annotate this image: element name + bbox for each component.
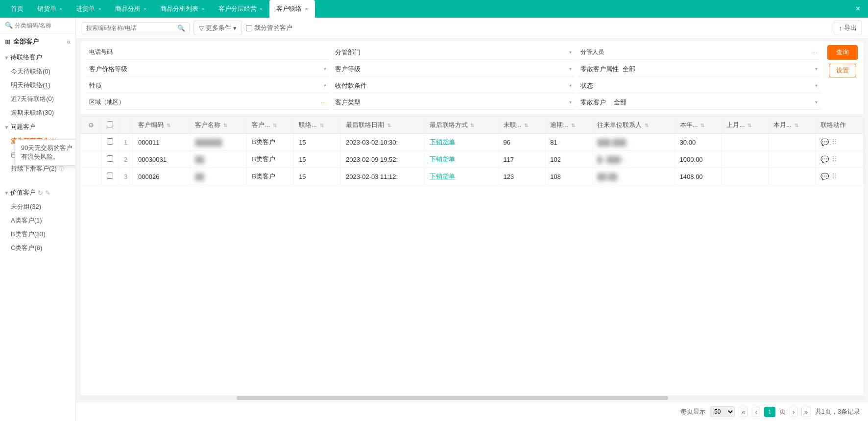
col-last-contact-date-header[interactable]: 最后联络日期 ⇅ — [340, 117, 424, 134]
tab-analysis-list[interactable]: 商品分析列表 × — [153, 0, 211, 18]
sidebar-item-overdue[interactable]: 逾期未联络(30) — [0, 106, 75, 120]
sidebar-group-pending[interactable]: ▾ 待联络客户 — [0, 50, 75, 65]
col-overdue-header[interactable]: 逾期... ⇅ — [545, 117, 592, 134]
col-this-month-sort[interactable]: ⇅ — [795, 123, 798, 128]
row-gear-2[interactable] — [80, 168, 102, 185]
action-chat-0[interactable]: 💬 — [820, 138, 829, 146]
row-last-contact-way-0[interactable]: 下销货单 — [424, 134, 498, 151]
filter-nature[interactable]: 性质 ▾ — [86, 78, 329, 93]
export-btn[interactable]: ↑ 导出 — [834, 21, 863, 35]
col-last-month-sort[interactable]: ⇅ — [747, 123, 751, 128]
sidebar-item-ungrouped[interactable]: 未分组(32) — [0, 200, 75, 214]
filter-dept[interactable]: 分管部门 ▾ — [332, 45, 575, 60]
filter-manager-dots[interactable]: ··· — [812, 49, 818, 56]
col-last-month-header[interactable]: 上月... ⇅ — [722, 117, 769, 134]
tab-bar-close-all[interactable]: × — [852, 4, 864, 13]
scrollbar-thumb[interactable] — [237, 396, 668, 400]
row-checkbox-0[interactable] — [102, 134, 119, 151]
row-gear-0[interactable] — [80, 134, 102, 151]
filter-payment[interactable]: 收付款条件 ▾ — [332, 78, 575, 93]
row-select-2[interactable] — [107, 173, 113, 179]
col-overdue-sort[interactable]: ⇅ — [571, 123, 575, 128]
tab-sales-close[interactable]: × — [59, 6, 62, 12]
col-this-year-header[interactable]: 本年... ⇅ — [675, 117, 722, 134]
filter-retail-attr[interactable]: 零散客户属性 全部 ▾ — [578, 62, 820, 76]
filter-retail-customer[interactable]: 零散客户 全部 ▾ — [578, 95, 820, 110]
page-first-btn[interactable]: « — [739, 407, 748, 417]
filter-region-dots[interactable]: ··· — [321, 99, 326, 106]
sidebar-all-customers[interactable]: ⊞ 全部客户 « — [0, 33, 75, 50]
col-company-contact-header[interactable]: 往来单位联系人 ⇅ — [592, 117, 675, 134]
col-type-header[interactable]: 客户... ⇅ — [247, 117, 294, 134]
more-conditions-btn[interactable]: ▽ 更多条件 ▾ — [193, 21, 242, 35]
row-select-1[interactable] — [107, 155, 113, 162]
tab-customer-tier-close[interactable]: × — [260, 6, 263, 12]
action-chat-1[interactable]: 💬 — [820, 155, 829, 163]
col-gear[interactable]: ⚙ — [80, 117, 102, 134]
per-page-select[interactable]: 50 100 200 — [710, 406, 735, 417]
col-last-contact-way-sort[interactable]: ⇅ — [470, 123, 474, 128]
col-checkbox-header[interactable] — [102, 117, 119, 134]
page-next-btn[interactable]: › — [790, 407, 797, 417]
sidebar-item-a-class[interactable]: A类客户(1) — [0, 214, 75, 227]
page-last-btn[interactable]: » — [801, 407, 811, 417]
col-company-contact-sort[interactable]: ⇅ — [645, 123, 649, 128]
col-this-year-sort[interactable]: ⇅ — [700, 123, 704, 128]
col-contact-sort[interactable]: ⇅ — [320, 123, 324, 128]
filter-status[interactable]: 状态 ▾ — [578, 78, 820, 93]
action-more-1[interactable]: ⠿ — [832, 155, 837, 163]
value-refresh-icon[interactable]: ↻ — [38, 189, 43, 197]
sidebar-item-c-class[interactable]: C类客户(6) — [0, 241, 75, 255]
filter-customer-level[interactable]: 客户等级 ▾ — [332, 62, 575, 76]
row-gear-1[interactable] — [80, 151, 102, 168]
sidebar-item-tomorrow[interactable]: 明天待联络(1) — [0, 78, 75, 92]
tab-customer-contact-close[interactable]: × — [305, 6, 308, 12]
page-prev-btn[interactable]: ‹ — [752, 407, 760, 417]
sidebar-group-problem[interactable]: ▾ 问题客户 — [0, 120, 75, 134]
sidebar-search-input[interactable] — [15, 22, 71, 29]
action-chat-2[interactable]: 💬 — [820, 173, 829, 180]
col-code-sort[interactable]: ⇅ — [167, 123, 170, 128]
query-btn[interactable]: 查询 — [827, 45, 858, 60]
toolbar-search-icon[interactable]: 🔍 — [177, 25, 185, 32]
col-type-sort[interactable]: ⇅ — [273, 123, 277, 128]
filter-phone-input[interactable] — [122, 49, 326, 56]
tab-analysis-list-close[interactable]: × — [201, 6, 204, 12]
col-this-month-header[interactable]: 本月... ⇅ — [769, 117, 816, 134]
declining-info-icon[interactable]: ⓘ — [59, 165, 64, 173]
row-checkbox-1[interactable] — [102, 151, 119, 168]
sidebar-item-b-class[interactable]: B类客户(33) — [0, 227, 75, 241]
filter-price-level[interactable]: 客户价格等级 ▾ — [86, 62, 329, 76]
sidebar-item-7days[interactable]: 近7天待联络(0) — [0, 92, 75, 106]
sidebar-group-value[interactable]: ▾ 价值客户 ↻ ✎ — [0, 185, 75, 200]
col-name-sort[interactable]: ⇅ — [223, 123, 227, 128]
col-no-contact-sort[interactable]: ⇅ — [524, 123, 528, 128]
settings-btn[interactable]: 设置 — [829, 64, 856, 77]
sidebar-item-today[interactable]: 今天待联络(0) — [0, 65, 75, 78]
col-last-contact-date-sort[interactable]: ⇅ — [387, 123, 391, 128]
my-customers-checkbox[interactable] — [246, 25, 252, 31]
value-edit-icon[interactable]: ✎ — [45, 189, 50, 197]
row-checkbox-2[interactable] — [102, 168, 119, 185]
tab-customer-tier[interactable]: 客户分层经营 × — [212, 0, 269, 18]
sidebar-collapse-btn[interactable]: « — [67, 38, 71, 46]
tab-customer-contact[interactable]: 客户联络 × — [269, 0, 314, 18]
tab-analysis-close[interactable]: × — [144, 6, 146, 12]
col-no-contact-header[interactable]: 未联... ⇅ — [498, 117, 545, 134]
toolbar-search-input[interactable] — [86, 25, 177, 31]
col-code-header[interactable]: 客户编码 ⇅ — [133, 117, 190, 134]
select-all-checkbox[interactable] — [107, 121, 113, 127]
my-customers-checkbox-label[interactable]: 我分管的客户 — [246, 24, 292, 32]
tab-home[interactable]: 首页 — [4, 0, 30, 18]
col-contact-header[interactable]: 联络... ⇅ — [294, 117, 341, 134]
table-horizontal-scrollbar[interactable] — [80, 396, 864, 400]
filter-customer-type[interactable]: 客户类型 ▾ — [332, 95, 575, 110]
tab-purchase[interactable]: 进货单 × — [69, 0, 108, 18]
tab-purchase-close[interactable]: × — [98, 6, 101, 12]
tab-analysis[interactable]: 商品分析 × — [108, 0, 153, 18]
col-last-contact-way-header[interactable]: 最后联络方式 ⇅ — [424, 117, 498, 134]
action-more-0[interactable]: ⠿ — [832, 138, 837, 146]
row-select-0[interactable] — [107, 138, 113, 145]
row-last-contact-way-2[interactable]: 下销货单 — [424, 168, 498, 185]
action-more-2[interactable]: ⠿ — [832, 173, 837, 180]
